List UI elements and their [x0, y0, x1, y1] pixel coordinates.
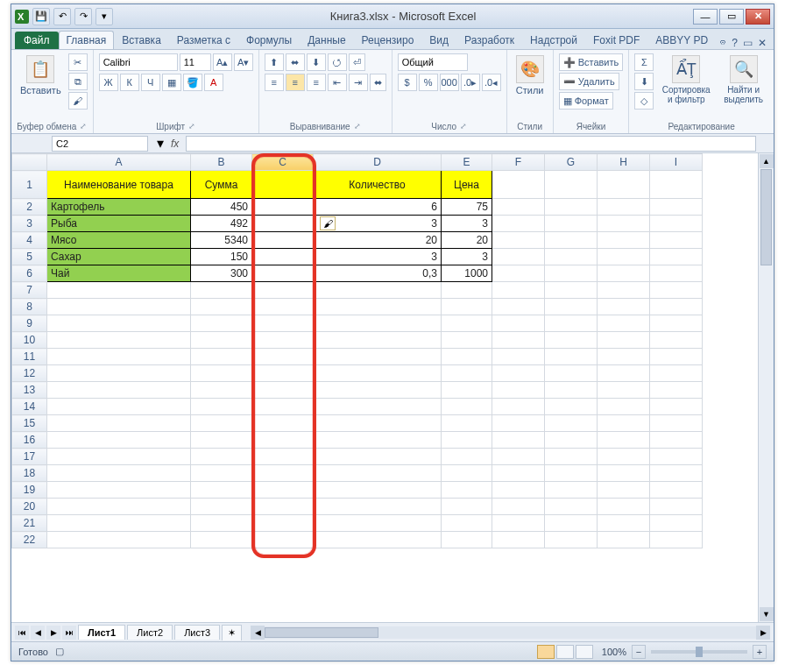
cell-D21[interactable] [314, 515, 442, 532]
number-format-select[interactable]: Общий [398, 53, 468, 71]
align-bottom-button[interactable]: ⬇ [307, 53, 326, 71]
cut-button[interactable]: ✂ [68, 53, 88, 71]
cell-G14[interactable] [545, 399, 598, 415]
cell-E22[interactable] [442, 532, 492, 548]
row-header-14[interactable]: 14 [12, 399, 47, 415]
currency-button[interactable]: $ [398, 74, 417, 91]
fill-button[interactable]: ⬇ [634, 73, 654, 90]
underline-button[interactable]: Ч [141, 74, 160, 91]
cell-E17[interactable] [442, 449, 492, 465]
cell-F17[interactable] [492, 449, 545, 465]
cell-G19[interactable] [545, 482, 598, 499]
row-header-2[interactable]: 2 [12, 199, 47, 216]
cell-F11[interactable] [492, 349, 545, 365]
sheet-nav-next[interactable]: ▶ [46, 626, 60, 640]
row-header-16[interactable]: 16 [12, 432, 47, 449]
cell-E16[interactable] [442, 432, 492, 449]
cell-B5[interactable]: 150 [191, 249, 252, 265]
bold-button[interactable]: Ж [99, 74, 118, 91]
cell-B21[interactable] [191, 515, 252, 532]
cell-C2[interactable] [252, 199, 314, 216]
sheet-tab-3[interactable]: Лист3 [174, 625, 220, 640]
cell-E18[interactable] [442, 465, 492, 482]
cell-H6[interactable] [598, 265, 650, 282]
cell-H5[interactable] [598, 249, 650, 265]
row-header-3[interactable]: 3 [12, 216, 47, 232]
cell-B8[interactable] [191, 299, 252, 315]
cell-H15[interactable] [598, 415, 650, 432]
cell-B17[interactable] [191, 449, 252, 465]
view-layout-button[interactable] [556, 645, 574, 659]
cell-G15[interactable] [545, 415, 598, 432]
zoom-level[interactable]: 100% [602, 647, 626, 657]
cell-D19[interactable] [314, 482, 442, 499]
cell-C8[interactable] [252, 299, 314, 315]
cell-B9[interactable] [191, 315, 252, 332]
row-header-8[interactable]: 8 [12, 299, 47, 315]
decrease-decimal-button[interactable]: .0◂ [482, 74, 501, 91]
cell-B16[interactable] [191, 432, 252, 449]
indent-inc-button[interactable]: ⇥ [349, 74, 368, 91]
cell-F16[interactable] [492, 432, 545, 449]
find-select-button[interactable]: 🔍 Найти и выделить [718, 53, 768, 106]
cell-G7[interactable] [545, 282, 598, 299]
row-header-4[interactable]: 4 [12, 232, 47, 249]
sheet-nav-last[interactable]: ⏭ [62, 626, 76, 640]
tab-file[interactable]: Файл [15, 32, 59, 49]
cell-E4[interactable]: 20 [442, 232, 492, 249]
insert-options-icon[interactable]: 🖌 [320, 216, 336, 230]
row-header-18[interactable]: 18 [12, 465, 47, 482]
cell-D10[interactable] [314, 332, 442, 349]
cell-I1[interactable] [650, 171, 703, 199]
cell-G1[interactable] [545, 171, 598, 199]
qat-redo-button[interactable]: ↷ [74, 8, 92, 25]
cell-E15[interactable] [442, 415, 492, 432]
cell-G21[interactable] [545, 515, 598, 532]
col-header-F[interactable]: F [492, 154, 545, 171]
row-header-19[interactable]: 19 [12, 482, 47, 499]
cell-F10[interactable] [492, 332, 545, 349]
grow-font-button[interactable]: A▴ [213, 53, 232, 71]
sheet-tab-1[interactable]: Лист1 [78, 625, 125, 640]
cell-A10[interactable] [47, 332, 191, 349]
col-header-H[interactable]: H [598, 154, 650, 171]
cell-F7[interactable] [492, 282, 545, 299]
cell-H20[interactable] [598, 499, 650, 515]
cell-H9[interactable] [598, 315, 650, 332]
cell-E11[interactable] [442, 349, 492, 365]
cell-C11[interactable] [252, 349, 314, 365]
scroll-right-icon[interactable]: ▶ [756, 626, 770, 640]
cell-E3[interactable]: 3 [442, 216, 492, 232]
col-header-D[interactable]: D [314, 154, 442, 171]
cell-F18[interactable] [492, 465, 545, 482]
copy-button[interactable]: ⧉ [68, 73, 88, 90]
cell-C9[interactable] [252, 315, 314, 332]
autosum-button[interactable]: Σ [634, 53, 654, 71]
cell-F6[interactable] [492, 265, 545, 282]
scroll-down-icon[interactable]: ▼ [760, 607, 774, 621]
cell-H11[interactable] [598, 349, 650, 365]
cell-F5[interactable] [492, 249, 545, 265]
cell-E2[interactable]: 75 [442, 199, 492, 216]
cell-A15[interactable] [47, 415, 191, 432]
cell-E10[interactable] [442, 332, 492, 349]
scroll-left-icon[interactable]: ◀ [251, 626, 265, 640]
cell-G13[interactable] [545, 382, 598, 399]
cell-H19[interactable] [598, 482, 650, 499]
cell-A19[interactable] [47, 482, 191, 499]
cell-F15[interactable] [492, 415, 545, 432]
cell-C22[interactable] [252, 532, 314, 548]
minimize-button[interactable]: — [693, 9, 718, 25]
ribbon-minimize-icon[interactable]: ၐ [716, 37, 726, 49]
zoom-in-button[interactable]: + [753, 645, 767, 659]
merge-button[interactable]: ⬌ [370, 74, 386, 91]
cell-F21[interactable] [492, 515, 545, 532]
cell-A4[interactable]: Мясо [47, 232, 191, 249]
cell-G11[interactable] [545, 349, 598, 365]
cell-F20[interactable] [492, 499, 545, 515]
percent-button[interactable]: % [419, 74, 438, 91]
select-all-button[interactable] [12, 154, 47, 171]
cell-B11[interactable] [191, 349, 252, 365]
cell-H14[interactable] [598, 399, 650, 415]
italic-button[interactable]: К [120, 74, 139, 91]
